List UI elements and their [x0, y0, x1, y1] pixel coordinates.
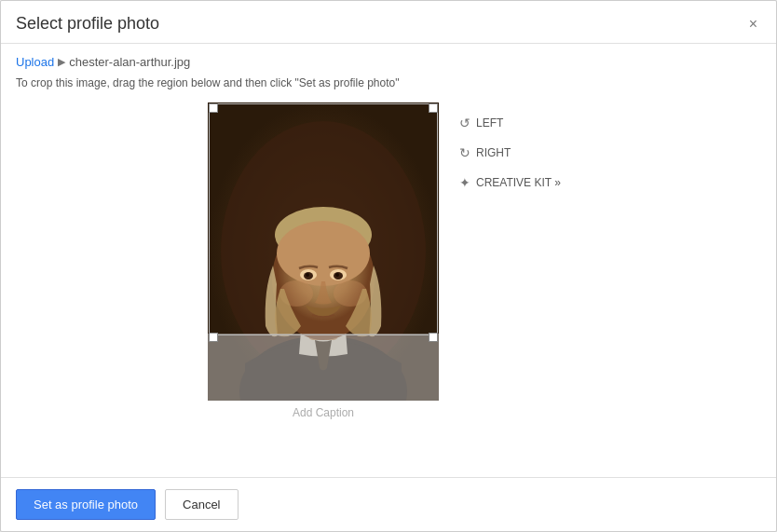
- dialog-title: Select profile photo: [16, 14, 159, 34]
- svg-point-11: [306, 273, 309, 277]
- portrait-image: [208, 102, 439, 401]
- dialog-footer: Set as profile photo Cancel: [1, 477, 776, 531]
- svg-point-12: [335, 273, 339, 277]
- image-container: Add Caption: [208, 102, 439, 419]
- crop-border-bottom: [209, 334, 438, 335]
- crop-handle-br[interactable]: [429, 333, 438, 342]
- creative-kit-button[interactable]: ✦ CREATIVE KIT »: [457, 171, 569, 194]
- crop-border-right: [437, 103, 438, 334]
- instruction-text: To crop this image, drag the region belo…: [16, 76, 761, 89]
- breadcrumb: Upload ▶ chester-alan-arthur.jpg: [16, 55, 761, 69]
- crop-wrapper[interactable]: [208, 102, 439, 401]
- breadcrumb-upload-link[interactable]: Upload: [16, 55, 54, 69]
- crop-border-left: [209, 103, 210, 334]
- rotate-right-label: RIGHT: [476, 146, 511, 159]
- creative-kit-label: CREATIVE KIT »: [476, 176, 561, 189]
- rotate-left-label: LEFT: [476, 116, 503, 130]
- dialog: Select profile photo × Upload ▶ chester-…: [0, 0, 777, 532]
- crop-border-top: [209, 103, 438, 104]
- rotate-left-icon: ↺: [459, 116, 470, 130]
- crop-handle-tl[interactable]: [209, 103, 218, 113]
- svg-point-6: [277, 221, 370, 286]
- rotate-left-button[interactable]: ↺ LEFT: [457, 112, 569, 134]
- breadcrumb-filename: chester-alan-arthur.jpg: [69, 55, 190, 69]
- caption-text[interactable]: Add Caption: [293, 406, 354, 419]
- breadcrumb-arrow: ▶: [58, 56, 65, 68]
- dialog-header: Select profile photo ×: [1, 1, 776, 44]
- tools-panel: ↺ LEFT ↻ RIGHT ✦ CREATIVE KIT »: [457, 102, 569, 194]
- dialog-body: Upload ▶ chester-alan-arthur.jpg To crop…: [1, 44, 776, 477]
- creative-kit-icon: ✦: [459, 175, 470, 190]
- set-profile-photo-button[interactable]: Set as profile photo: [16, 489, 156, 520]
- crop-handle-tr[interactable]: [429, 103, 438, 113]
- rotate-right-button[interactable]: ↻ RIGHT: [457, 142, 569, 164]
- crop-handle-bl[interactable]: [209, 333, 218, 342]
- cancel-button[interactable]: Cancel: [165, 489, 238, 520]
- editor-area: Add Caption ↺ LEFT ↻ RIGHT ✦ CREATIVE KI…: [16, 102, 761, 466]
- close-button[interactable]: ×: [745, 15, 761, 34]
- rotate-right-icon: ↻: [459, 145, 470, 160]
